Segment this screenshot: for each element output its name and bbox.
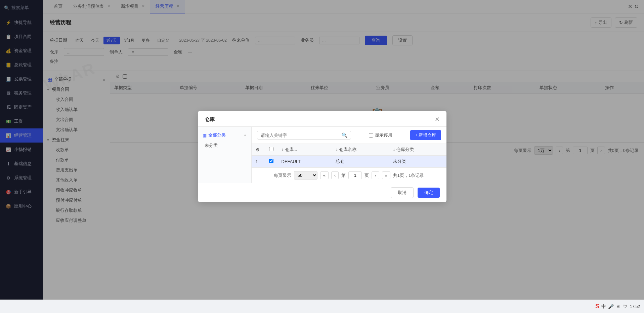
dialog-per-page-select[interactable]: 50 100 bbox=[294, 171, 317, 180]
dialog-prev-page-btn[interactable]: ‹ bbox=[331, 171, 339, 179]
dialog-search-input[interactable] bbox=[261, 133, 340, 138]
warehouse-name-sort-icon: ↕ bbox=[336, 147, 338, 152]
dialog-last-page-btn[interactable]: » bbox=[382, 171, 390, 179]
row-id-cell: 1 bbox=[252, 156, 265, 167]
warehouse-dialog: 仓库 ✕ ▦ 全部分类 « 未分类 bbox=[198, 111, 446, 202]
dialog-table-row[interactable]: 1 DEFAULT 总仓 bbox=[252, 156, 446, 167]
col-settings-icon[interactable]: ⚙ bbox=[256, 147, 260, 152]
taskbar: S 中 🎤 🖥 🛡 17:52 bbox=[0, 300, 644, 313]
taskbar-icon-screen: 🖥 bbox=[616, 304, 620, 309]
dialog-tree: ▦ 全部分类 « 未分类 bbox=[198, 127, 252, 183]
col-settings: ⚙ bbox=[252, 144, 265, 156]
row-code-cell: DEFAULT bbox=[277, 156, 332, 167]
add-warehouse-button[interactable]: + 新增仓库 bbox=[410, 130, 441, 140]
row-checkbox[interactable] bbox=[269, 159, 273, 163]
dialog-close-icon[interactable]: ✕ bbox=[435, 116, 440, 123]
dialog-page-input[interactable] bbox=[348, 171, 362, 179]
dialog-tree-item-uncategorized[interactable]: 未分类 bbox=[198, 140, 251, 151]
dialog-search-box: 🔍 bbox=[257, 131, 351, 140]
cancel-button[interactable]: 取消 bbox=[391, 187, 414, 198]
dialog-table: ⚙ ↕ 仓库... ↕ bbox=[252, 144, 446, 167]
show-disabled-checkbox[interactable] bbox=[369, 133, 373, 138]
dialog-overlay: 仓库 ✕ ▦ 全部分类 « 未分类 bbox=[0, 0, 644, 313]
dialog-body: ▦ 全部分类 « 未分类 🔍 bbox=[198, 127, 446, 183]
taskbar-icons: S 中 🎤 🖥 🛡 bbox=[595, 303, 627, 310]
dialog-next-page-btn[interactable]: › bbox=[372, 171, 379, 179]
dialog-per-page-label: 每页显示 bbox=[274, 172, 291, 179]
dialog-pagination: 每页显示 50 100 « ‹ 第 页 › » 共1页，1条记录 bbox=[252, 167, 446, 183]
row-checkbox-cell bbox=[265, 156, 277, 167]
warehouse-code-label: ↕ bbox=[282, 147, 284, 152]
dialog-page-suffix: 页 bbox=[364, 172, 369, 179]
dialog-total-label: 共1页，1条记录 bbox=[393, 172, 424, 179]
dialog-table-wrap: ⚙ ↕ 仓库... ↕ bbox=[252, 144, 446, 167]
dialog-footer: 取消 确定 bbox=[198, 183, 446, 202]
dialog-tree-uncategorized-label: 未分类 bbox=[205, 143, 218, 148]
taskbar-time: 17:52 bbox=[630, 304, 640, 309]
dialog-page-label: 第 bbox=[341, 172, 346, 179]
dialog-first-page-btn[interactable]: « bbox=[320, 171, 329, 179]
taskbar-icon-protect: 🛡 bbox=[622, 304, 627, 309]
row-category-cell: 未分类 bbox=[389, 156, 446, 167]
dialog-select-all-checkbox[interactable] bbox=[269, 147, 273, 151]
dialog-tree-all[interactable]: ▦ 全部分类 « bbox=[198, 130, 251, 140]
col-checkbox bbox=[265, 144, 277, 156]
taskbar-icon-mic: 🎤 bbox=[608, 304, 614, 309]
dialog-tree-all-label: 全部分类 bbox=[208, 132, 226, 138]
search-icon-dialog: 🔍 bbox=[342, 132, 347, 138]
col-warehouse-name: ↕ 仓库名称 bbox=[332, 144, 389, 156]
dialog-right: 🔍 显示停用 + 新增仓库 ⚙ bbox=[252, 127, 446, 183]
show-disabled-label: 显示停用 bbox=[375, 132, 392, 138]
dialog-table-header: ⚙ ↕ 仓库... ↕ bbox=[252, 144, 446, 156]
confirm-button[interactable]: 确定 bbox=[418, 188, 440, 198]
dialog-tree-all-inner: ▦ 全部分类 bbox=[203, 132, 226, 138]
taskbar-icon-s: S bbox=[595, 303, 599, 310]
warehouse-cat-sort-icon: ↕ bbox=[393, 147, 395, 152]
taskbar-icon-zh: 中 bbox=[601, 304, 606, 310]
col-warehouse-code: ↕ 仓库... bbox=[277, 144, 332, 156]
dialog-title: 仓库 bbox=[205, 116, 215, 123]
show-disabled-container: 显示停用 bbox=[369, 132, 392, 138]
grid-icon-small: ▦ bbox=[203, 133, 207, 138]
row-name-cell: 总仓 bbox=[332, 156, 389, 167]
dialog-tree-collapse-icon[interactable]: « bbox=[244, 133, 247, 138]
dialog-toolbar: 🔍 显示停用 + 新增仓库 bbox=[252, 127, 446, 144]
col-warehouse-category: ↕ 仓库分类 bbox=[389, 144, 446, 156]
dialog-header: 仓库 ✕ bbox=[198, 111, 446, 127]
